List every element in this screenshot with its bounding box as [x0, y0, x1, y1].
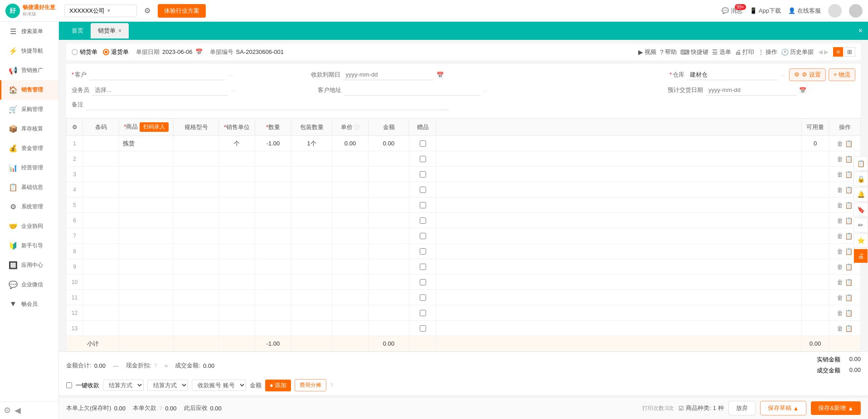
copy-icon[interactable]: 📋	[845, 263, 853, 270]
price-info-icon[interactable]: ⓘ	[354, 124, 359, 130]
company-selector[interactable]: XXXXXX公司 ▼	[64, 5, 137, 17]
copy-icon[interactable]: 📋	[845, 325, 853, 332]
gift-checkbox[interactable]	[420, 233, 426, 239]
gift-checkbox[interactable]	[420, 325, 426, 332]
float-btn-2[interactable]: 🔒	[853, 172, 868, 186]
save-new-button[interactable]: 保存&新增 ▲	[811, 401, 861, 415]
discount-help-icon[interactable]: ?	[154, 362, 157, 369]
abandon-button[interactable]: 放弃	[728, 401, 756, 415]
online-service-button[interactable]: 👤 在线客服	[788, 7, 821, 15]
expected-date-calendar-icon[interactable]: 📅	[799, 87, 806, 94]
warehouse-dots-icon[interactable]: ···	[781, 72, 786, 78]
sidebar-settings-icon[interactable]: ⚙	[4, 405, 11, 415]
account-select[interactable]: 结算方式	[147, 380, 188, 391]
float-btn-3[interactable]: 🔔	[853, 187, 868, 202]
gift-checkbox[interactable]	[420, 171, 426, 178]
return-order-radio[interactable]: 退货单	[103, 48, 129, 56]
delete-icon[interactable]: 🗑	[837, 140, 843, 147]
delete-icon[interactable]: 🗑	[837, 309, 843, 317]
actions-button[interactable]: ⋮ 操作	[758, 48, 777, 56]
salesperson-input[interactable]	[92, 85, 228, 96]
scan-button[interactable]: 扫码录入	[140, 122, 169, 132]
sidebar-item-search[interactable]: ☰ 搜索菜单	[0, 22, 58, 41]
gift-checkbox[interactable]	[420, 294, 426, 301]
copy-icon[interactable]: 📋	[845, 279, 853, 286]
sale-order-radio[interactable]: 销货单	[72, 48, 97, 56]
customer-input[interactable]	[89, 69, 225, 80]
trial-button[interactable]: 体验行业方案	[158, 4, 206, 18]
delete-icon[interactable]: 🗑	[837, 217, 843, 224]
expense-help-icon[interactable]: ?	[330, 382, 333, 389]
sidebar-item-member[interactable]: ▼ 畅会员	[0, 294, 58, 313]
copy-icon[interactable]: 📋	[845, 171, 853, 178]
sidebar-collapse-icon[interactable]: ◀	[15, 405, 21, 415]
float-btn-4[interactable]: 🔖	[853, 202, 868, 217]
goods-type[interactable]: ☑ 商品种类: 1 种	[679, 404, 723, 412]
float-btn-5[interactable]: ✏	[853, 218, 868, 232]
view-grid-button[interactable]: ⊞	[844, 47, 855, 57]
logistics-button[interactable]: + 物流	[829, 68, 855, 81]
copy-icon[interactable]: 📋	[845, 186, 853, 193]
copy-icon[interactable]: 📋	[845, 232, 853, 240]
delete-icon[interactable]: 🗑	[837, 248, 843, 255]
config-gear-icon[interactable]: ⚙	[72, 124, 78, 130]
delete-icon[interactable]: 🗑	[837, 155, 843, 163]
date-calendar-icon[interactable]: 📅	[195, 48, 203, 55]
sidebar-item-marketing[interactable]: 📢 营销推广	[0, 61, 58, 80]
gift-checkbox[interactable]	[420, 187, 426, 193]
help-button[interactable]: ? 帮助	[660, 48, 677, 56]
sidebar-item-operations[interactable]: 📊 经营管理	[0, 158, 58, 178]
gift-checkbox[interactable]	[420, 140, 426, 147]
gift-checkbox[interactable]	[420, 248, 426, 255]
customer-dots-icon[interactable]: ···	[228, 72, 233, 78]
settings-button[interactable]: ⚙ ⚙ 设置	[789, 68, 826, 81]
history-button[interactable]: 🕐 历史单据	[781, 48, 814, 56]
gift-checkbox[interactable]	[420, 310, 426, 316]
delete-icon[interactable]: 🗑	[837, 279, 843, 286]
salesperson-dots-icon[interactable]: ···	[231, 87, 236, 94]
copy-icon[interactable]: 📋	[845, 217, 853, 224]
delete-icon[interactable]: 🗑	[837, 232, 843, 240]
delete-icon[interactable]: 🗑	[837, 263, 843, 270]
app-download-button[interactable]: 📱 App下载	[750, 7, 781, 15]
delete-icon[interactable]: 🗑	[837, 325, 843, 332]
sidebar-item-quick-nav[interactable]: ⚡ 快捷导航	[0, 41, 58, 61]
sidebar-item-enterprise[interactable]: 🤝 企业协同	[0, 217, 58, 236]
sidebar-item-sales[interactable]: 🏠 销售管理	[0, 80, 58, 100]
tab-sales-order[interactable]: 销货单 ×	[91, 23, 129, 39]
notes-input[interactable]	[86, 99, 449, 110]
expected-date-input[interactable]	[706, 85, 796, 96]
warehouse-input[interactable]	[687, 69, 778, 80]
avatar2[interactable]	[849, 4, 863, 18]
delete-icon[interactable]: 🗑	[837, 171, 843, 178]
video-button[interactable]: ▶ 视频	[638, 48, 656, 56]
copy-icon[interactable]: 📋	[845, 155, 853, 163]
sidebar-item-purchase[interactable]: 🛒 采购管理	[0, 100, 58, 119]
delete-icon[interactable]: 🗑	[837, 202, 843, 209]
account-no-select[interactable]: 收款账号 账号	[192, 380, 246, 391]
copy-icon[interactable]: 📋	[845, 140, 853, 147]
address-dots-icon[interactable]: ···	[483, 87, 488, 94]
sidebar-item-guide[interactable]: 🔰 新手引导	[0, 236, 58, 255]
sidebar-item-wechat[interactable]: 💬 企业微信	[0, 275, 58, 294]
sidebar-item-apps[interactable]: 🔲 应用中心	[0, 255, 58, 275]
copy-icon[interactable]: 📋	[845, 309, 853, 317]
float-btn-1[interactable]: 📋	[853, 156, 868, 171]
float-btn-6[interactable]: ⭐	[853, 233, 868, 248]
copy-icon[interactable]: 📋	[845, 202, 853, 209]
single-owe-help-icon[interactable]: ?	[159, 405, 162, 412]
gift-checkbox[interactable]	[420, 156, 426, 162]
shortcut-button[interactable]: ⌨ 快捷键	[680, 48, 708, 56]
copy-icon[interactable]: 📋	[845, 294, 853, 301]
settlement-select[interactable]: 结算方式	[103, 380, 144, 391]
view-list-button[interactable]: ≡	[833, 47, 843, 57]
payment-date-calendar-icon[interactable]: 📅	[436, 72, 444, 78]
tab-close-icon[interactable]: ×	[118, 28, 121, 34]
select-button[interactable]: ☰ 选单	[712, 48, 731, 56]
avatar[interactable]	[828, 4, 842, 18]
sidebar-item-finance[interactable]: 💰 资金管理	[0, 139, 58, 158]
payment-date-input[interactable]	[343, 69, 434, 80]
gift-checkbox[interactable]	[420, 279, 426, 285]
settings-icon[interactable]: ⚙	[141, 4, 154, 18]
message-button[interactable]: 💬 消息 99+	[722, 7, 742, 15]
